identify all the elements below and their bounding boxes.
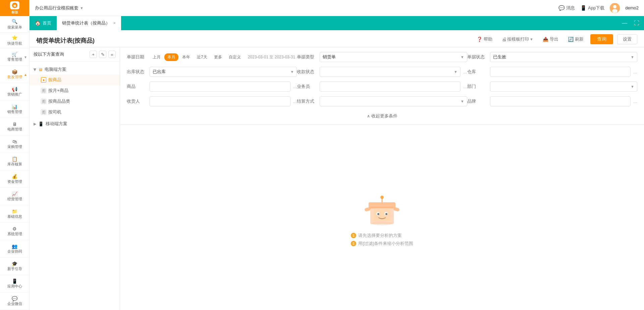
- print-btn[interactable]: 🖨 按模板打印 ▼: [499, 35, 536, 44]
- date-tab-this-year[interactable]: 本年: [179, 53, 193, 61]
- sidebar-item-inventory[interactable]: 📋 库存核算: [0, 153, 29, 170]
- scheme-tree: ▶ 🖥 电脑端方案 ● 按商品 图 按月+商品: [30, 62, 120, 310]
- product-select[interactable]: [150, 82, 290, 92]
- sidebar-item-quick-nav[interactable]: ⭐ 快捷导航: [0, 33, 29, 48]
- doc-status-chevron-icon: ▼: [631, 55, 634, 59]
- help-btn[interactable]: ❓ 帮助: [474, 35, 495, 44]
- sidebar-item-wechat[interactable]: 💬 企业微信: [0, 293, 29, 310]
- header-left: 办公用品行业模拟账套 ▼: [35, 5, 84, 11]
- page-title: 销货单统计表(按商品): [36, 37, 95, 45]
- sidebar-item-ecommerce[interactable]: 🖥 电商管理: [0, 118, 29, 136]
- refresh-btn[interactable]: 🔄 刷新: [565, 35, 586, 44]
- date-tab-custom[interactable]: 自定义: [226, 53, 244, 61]
- consignee-select[interactable]: [150, 96, 290, 106]
- product-label: 商品: [127, 84, 147, 90]
- collapse-more-btn[interactable]: ∧ 收起更多条件: [127, 111, 637, 121]
- sidebar-marketing-label: 营销推广: [7, 92, 22, 97]
- scheme-add-btn[interactable]: +: [90, 51, 97, 58]
- tree-group-pc: ▶ 🖥 电脑端方案 ● 按商品 图 按月+商品: [30, 64, 120, 117]
- sidebar-item-basics[interactable]: 📁 基础信息: [0, 205, 29, 223]
- sidebar-item-collab[interactable]: 👥 企业协同: [0, 240, 29, 258]
- date-tab-more[interactable]: 更多: [211, 53, 225, 61]
- warehouse-select[interactable]: [490, 67, 631, 77]
- product-dots[interactable]: ...: [293, 84, 297, 89]
- export-btn[interactable]: 📤 导出: [540, 35, 561, 44]
- tab-maximize-btn[interactable]: ⛶: [632, 18, 641, 28]
- brand-dots[interactable]: ...: [633, 99, 637, 104]
- salesperson-select[interactable]: [320, 82, 461, 92]
- avatar[interactable]: [610, 3, 620, 13]
- basics-icon: 📁: [12, 209, 17, 214]
- sidebar-item-purchase[interactable]: 🛍 采购管理: [0, 136, 29, 153]
- industry-selector[interactable]: 办公用品行业模拟账套 ▼: [35, 5, 84, 11]
- tree-item-by-month-product[interactable]: 图 按月+商品: [30, 85, 120, 96]
- sidebar-item-search[interactable]: 🔍 搜索菜单: [0, 16, 29, 33]
- dept-select[interactable]: ▼: [490, 82, 637, 92]
- brand-control: ...: [490, 96, 637, 106]
- doc-type-value: 销货单: [323, 54, 336, 60]
- svg-point-11: [377, 213, 379, 215]
- doc-type-chevron-icon: ▼: [461, 55, 464, 59]
- out-status-select[interactable]: 已出库 ▼: [150, 67, 297, 77]
- industry-chevron-icon: ▼: [80, 6, 84, 10]
- consignee-dots[interactable]: ...: [293, 99, 297, 104]
- sidebar-item-system[interactable]: ⚙ 系统管理: [0, 223, 29, 240]
- tree-item-by-product[interactable]: ● 按商品: [30, 74, 120, 85]
- sidebar-item-finance[interactable]: 💰 资金管理: [0, 170, 29, 188]
- filter-row-3: 商品 ... 业务员: [127, 82, 637, 92]
- doc-status-value: 已生效: [493, 54, 506, 60]
- salesperson-dots[interactable]: ...: [463, 84, 467, 89]
- ecommerce-icon: 🖥: [12, 121, 17, 127]
- settings-button[interactable]: 设置: [617, 34, 637, 44]
- app-subtitle: 标版: [11, 10, 18, 15]
- sidebar-item-wholesale[interactable]: 📦 批发管理 ▲: [0, 66, 29, 83]
- date-tab-last-month[interactable]: 上月: [150, 53, 164, 61]
- empty-tip-1: ① 请先选择要分析的方案: [351, 232, 413, 239]
- scheme-edit-btn[interactable]: ✎: [99, 51, 106, 58]
- username: demo2: [625, 5, 639, 10]
- query-button[interactable]: 查询: [590, 34, 613, 44]
- tree-item-by-cashier[interactable]: 图 按司机: [30, 107, 120, 117]
- pc-group-icon: 🖥: [38, 67, 43, 72]
- tree-group-mobile-header[interactable]: ▶ 📱 移动端方案: [30, 119, 120, 129]
- tab-active-label: 销货单统计表（按商品）: [62, 20, 110, 26]
- payment-status-dots[interactable]: ...: [463, 69, 467, 74]
- app-download-action[interactable]: 📱 App下载: [580, 5, 604, 11]
- export-label: 导出: [550, 36, 558, 42]
- date-tab-7days[interactable]: 近7天: [194, 53, 210, 61]
- sidebar-item-onboarding[interactable]: 🎓 新手引导: [0, 258, 29, 275]
- message-action[interactable]: 💬 消息: [558, 5, 575, 11]
- sidebar-item-operations[interactable]: 📈 经营管理: [0, 188, 29, 205]
- tree-item-by-category[interactable]: 图 按商品品类: [30, 96, 120, 107]
- refresh-icon: 🔄: [568, 37, 574, 42]
- scheme-panel: 按以下方案查询 + ✎ « ▶ 🖥 电脑端方案: [30, 47, 120, 310]
- sidebar-item-app-center[interactable]: 📱 应用中心: [0, 275, 29, 293]
- doc-status-select[interactable]: 已生效 ▼: [490, 52, 637, 62]
- sidebar-item-sales[interactable]: 📊 销售管理: [0, 101, 29, 118]
- tab-active[interactable]: 销货单统计表（按商品） ×: [57, 16, 121, 30]
- sidebar-basics-label: 基础信息: [7, 214, 22, 219]
- date-tab-this-month[interactable]: 本月: [164, 53, 178, 61]
- payment-status-select[interactable]: ▼: [320, 67, 461, 77]
- scheme-collapse-btn[interactable]: «: [108, 51, 116, 58]
- doc-type-select[interactable]: 销货单 ▼: [320, 52, 467, 62]
- dept-field: 部门 ▼: [467, 82, 637, 92]
- brand-label: 品牌: [467, 98, 487, 104]
- tab-home[interactable]: 🏠 首页: [30, 16, 57, 30]
- sidebar-retail-label: 零售管理: [7, 57, 22, 62]
- brand-select[interactable]: [490, 96, 631, 106]
- svg-text:畅: 畅: [13, 4, 16, 7]
- export-icon: 📤: [543, 37, 548, 42]
- warehouse-dots[interactable]: ...: [633, 69, 637, 74]
- inventory-icon: 📋: [12, 156, 17, 162]
- sidebar-item-retail[interactable]: 🛒 零售管理 ▼: [0, 48, 29, 66]
- payment-method-select[interactable]: ▼: [320, 96, 467, 106]
- tab-minimize-btn[interactable]: —: [620, 18, 629, 28]
- scheme-panel-header: 按以下方案查询 + ✎ «: [30, 47, 120, 62]
- tree-group-pc-header[interactable]: ▶ 🖥 电脑端方案: [30, 64, 120, 74]
- tab-close-btn[interactable]: ×: [113, 21, 116, 25]
- empty-tip-2: ② 用[过滤]条件来缩小分析范围: [351, 241, 413, 247]
- industry-label: 办公用品行业模拟账套: [35, 5, 78, 11]
- app-download-icon: 📱: [580, 5, 587, 11]
- sidebar-item-marketing[interactable]: 📢 营销推广: [0, 83, 29, 101]
